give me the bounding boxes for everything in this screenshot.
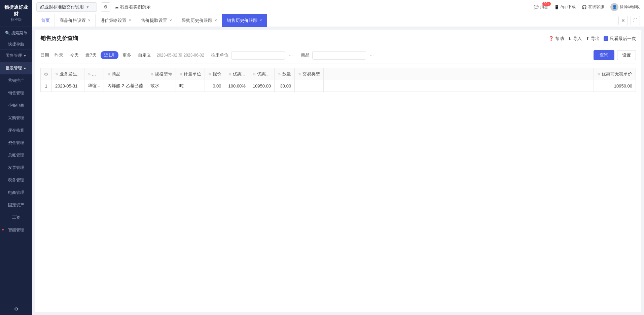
app-download-button[interactable]: 📱 App下载: [554, 4, 576, 10]
user-menu[interactable]: 👤 徐泽华修改: [610, 3, 640, 11]
date-opt-last7[interactable]: 近7天: [83, 51, 99, 59]
dot-indicator: •: [2, 227, 4, 233]
sidebar-item-general-ledger[interactable]: 总账管理: [0, 149, 32, 162]
cell-spec: 散水: [147, 80, 176, 92]
col-trans-type[interactable]: ⇅ 交易类型: [295, 68, 324, 80]
tab-home[interactable]: 首页: [36, 14, 55, 27]
sidebar-item-wholesale[interactable]: 批发管理 ▲: [0, 62, 32, 74]
version-selector[interactable]: 好业财标准版交付试用 ▼: [36, 2, 97, 12]
col-quantity[interactable]: ⇅ 数量: [275, 68, 295, 80]
close-icon[interactable]: ✕: [129, 19, 131, 22]
close-window-button[interactable]: ✕: [618, 16, 628, 25]
gear-icon: ⚙: [14, 306, 19, 312]
col-product-label: 商品: [112, 71, 120, 77]
sidebar-item-tax[interactable]: 税务管理: [0, 174, 32, 186]
col-trans-type-label: 交易类型: [302, 71, 320, 77]
sort-icon: ⇅: [298, 72, 301, 76]
date-opt-last1m[interactable]: 近1月: [101, 51, 118, 59]
cell-biz-date: 2023-05-31: [52, 80, 84, 92]
cell-discount-rate: 100.00%: [225, 80, 249, 92]
date-opt-today[interactable]: 今天: [67, 51, 81, 59]
sidebar-item-ecommerce-small[interactable]: 小畅电商: [0, 99, 32, 112]
demo-button[interactable]: ☁ 我要看实例演示: [114, 4, 151, 10]
query-button[interactable]: 查询: [594, 50, 614, 60]
tab-sale-price-extract[interactable]: 售价提取设置 ✕: [136, 14, 177, 27]
sort-icon: ⇅: [208, 72, 211, 76]
sidebar-item-smart[interactable]: • 智能管理: [0, 224, 32, 236]
import-button[interactable]: ⬇ 导入: [568, 36, 582, 42]
app-logo: 畅捷通好业财 标准版: [0, 0, 32, 27]
col-discount-amt[interactable]: ⇅ 优惠...: [249, 68, 274, 80]
col-spacer: [324, 68, 594, 80]
supplier-input[interactable]: [231, 51, 285, 60]
sidebar-item-purchase[interactable]: 采购管理: [0, 112, 32, 124]
sidebar-item-retail[interactable]: 零售管理 ▼: [0, 49, 32, 62]
data-table: ⚙ ⇅ 业务发生... ⇅ ...: [40, 68, 636, 92]
close-icon[interactable]: ✕: [259, 19, 262, 22]
date-opt-yesterday[interactable]: 昨天: [52, 51, 66, 59]
col-more[interactable]: ⇅ ...: [84, 68, 104, 80]
product-filter-label: 商品: [301, 52, 310, 58]
col-pretax-unit-price[interactable]: ⇅ 优惠前无税单价: [594, 68, 636, 80]
salary-label: 工资: [12, 215, 20, 220]
tab-sales-history[interactable]: 销售历史价跟踪 ✕: [222, 14, 267, 27]
sidebar-item-salary[interactable]: 工资: [0, 211, 32, 224]
tabbar-actions: ✕ ⛶: [618, 16, 640, 25]
date-options: 昨天 今天 近7天 近1月 更多 自定义: [52, 51, 154, 59]
tab-product-price[interactable]: 商品价格设置 ✕: [55, 14, 96, 27]
cell-trans-type: [295, 80, 324, 92]
topbar: 好业财标准版交付试用 ▼ ⚙ ☁ 我要看实例演示 💬 消息 99+ 📱 App下…: [32, 0, 644, 14]
ecommerce-label: 电商管理: [8, 190, 24, 196]
export-button[interactable]: ⬆ 导出: [586, 36, 600, 42]
sidebar-item-finance[interactable]: 资金管理: [0, 137, 32, 149]
col-discount-rate-label: 优惠...: [233, 71, 245, 77]
close-icon[interactable]: ✕: [214, 19, 217, 22]
col-more-label: ...: [92, 72, 96, 77]
sidebar-item-ecommerce[interactable]: 电商管理: [0, 186, 32, 199]
col-biz-date-label: 业务发生...: [60, 71, 81, 77]
tab-purchase-history[interactable]: 采购历史价跟踪 ✕: [177, 14, 222, 27]
help-button[interactable]: ❓ 帮助: [548, 36, 564, 42]
col-price[interactable]: ⇅ 报价: [205, 68, 225, 80]
col-unit[interactable]: ⇅ 计量单位: [176, 68, 205, 80]
chevron-down-icon: ▼: [23, 54, 27, 58]
online-service-button[interactable]: 🎧 在线客服: [582, 4, 604, 10]
col-spec[interactable]: ⇅ 规格型号: [147, 68, 176, 80]
product-filter-group: 商品 ···: [301, 51, 375, 60]
sidebar: 畅捷通好业财 标准版 🔍 搜索菜单 快捷导航 零售管理 ▼ 批发管理 ▲ 营销推…: [0, 0, 32, 315]
search-icon: 🔍: [5, 31, 10, 35]
sidebar-item-inventory[interactable]: 库存核算: [0, 124, 32, 137]
expand-button[interactable]: ⛶: [631, 16, 640, 25]
col-settings[interactable]: ⚙: [41, 68, 52, 80]
sidebar-item-marketing[interactable]: 营销推广: [0, 74, 32, 87]
cell-more: 华谊...: [84, 80, 104, 92]
product-dots[interactable]: ···: [369, 53, 375, 58]
online-service-label: 在线客服: [588, 4, 604, 10]
sidebar-search[interactable]: 🔍 搜索菜单: [0, 27, 32, 39]
settings-button[interactable]: 设置: [617, 50, 636, 60]
date-opt-more[interactable]: 更多: [120, 51, 134, 59]
sidebar-item-sales[interactable]: 销售管理: [0, 87, 32, 99]
sort-icon: ⇅: [597, 72, 600, 76]
page-header: 销售历史价查询 ❓ 帮助 ⬇ 导入 ⬆ 导出 ✓ 只看最后一次: [40, 35, 636, 42]
logo-main-text: 畅捷通好业财: [3, 4, 30, 17]
sidebar-item-fixed-assets[interactable]: 固定资产: [0, 199, 32, 211]
product-input[interactable]: [312, 51, 366, 60]
sidebar-quick-nav[interactable]: 快捷导航: [0, 39, 32, 49]
supplier-dots[interactable]: ···: [288, 53, 294, 58]
export-icon: ⬆: [586, 36, 589, 41]
col-biz-date[interactable]: ⇅ 业务发生...: [52, 68, 84, 80]
settings-button[interactable]: ⚙: [101, 2, 110, 12]
only-last-checkbox[interactable]: ✓ 只看最后一次: [604, 36, 636, 42]
only-last-label: 只看最后一次: [610, 36, 636, 42]
date-opt-custom[interactable]: 自定义: [135, 51, 154, 59]
sidebar-settings-button[interactable]: ⚙: [0, 303, 32, 315]
close-icon[interactable]: ✕: [88, 19, 91, 22]
sidebar-item-invoice[interactable]: 发票管理: [0, 162, 32, 174]
col-product[interactable]: ⇅ 商品: [104, 68, 147, 80]
inventory-label: 库存核算: [8, 128, 24, 133]
messages-button[interactable]: 💬 消息 99+: [534, 4, 548, 10]
col-discount-rate[interactable]: ⇅ 优惠...: [225, 68, 249, 80]
close-icon[interactable]: ✕: [169, 19, 172, 22]
tab-purchase-strategy[interactable]: 进价策略设置 ✕: [96, 14, 136, 27]
